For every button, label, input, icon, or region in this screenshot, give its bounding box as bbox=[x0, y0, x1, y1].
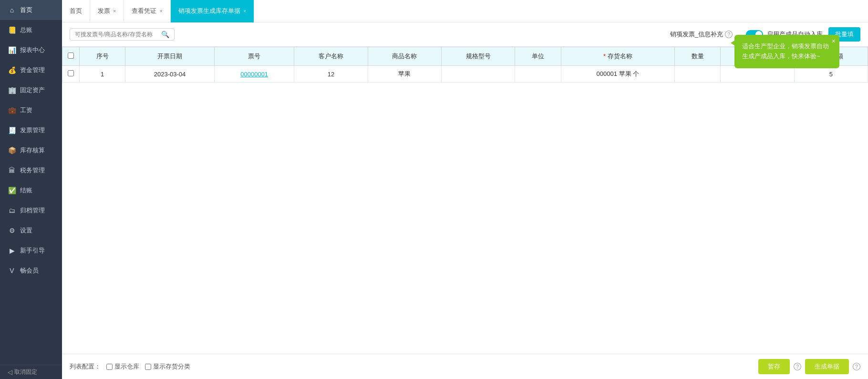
row-amount: 5 bbox=[794, 66, 868, 83]
tooltip-popup: × 适合生产型企业，销项发票自动生成产成品入库，快来体验~ bbox=[734, 35, 839, 68]
main-area: 首页 发票 × 查看凭证 × 销项发票生成库存单据 × 🔍 销项发票_信息补充 … bbox=[62, 0, 868, 379]
toolbar: 🔍 销项发票_信息补充 ? × 适合生产型企业，销项发票自动生成产成品入库，快来… bbox=[62, 22, 868, 47]
table-row: 1 2023-03-04 00000001 12 苹果 bbox=[62, 66, 868, 83]
row-customer: 12 bbox=[294, 66, 368, 83]
header-number: 票号 bbox=[214, 47, 294, 66]
select-all-checkbox[interactable] bbox=[68, 53, 74, 59]
sidebar-item-inventory[interactable]: 📦 库存核算 bbox=[0, 140, 62, 160]
header-spec: 规格型号 bbox=[442, 47, 515, 66]
tab-invoice[interactable]: 发票 × bbox=[90, 0, 124, 22]
cancel-fixed-button[interactable]: ◁ 取消固定 bbox=[0, 365, 62, 379]
tooltip-close-btn[interactable]: × bbox=[832, 38, 836, 44]
generate-help-icon[interactable]: ? bbox=[853, 363, 860, 370]
show-warehouse-input[interactable] bbox=[106, 364, 113, 370]
required-star: * bbox=[603, 53, 606, 60]
header-seq: 序号 bbox=[80, 47, 125, 66]
page-content: 🔍 销项发票_信息补充 ? × 适合生产型企业，销项发票自动生成产成品入库，快来… bbox=[62, 22, 868, 379]
header-checkbox-cell bbox=[62, 47, 80, 66]
sidebar-item-fixed-assets[interactable]: 🏢 固定资产 bbox=[0, 80, 62, 100]
save-button[interactable]: 暂存 bbox=[758, 359, 790, 374]
header-unit: 单位 bbox=[515, 47, 561, 66]
header-date: 开票日期 bbox=[125, 47, 215, 66]
generate-button[interactable]: 生成单据 bbox=[805, 359, 849, 374]
row-verify bbox=[721, 66, 794, 83]
vip-icon: V bbox=[8, 267, 16, 274]
reports-icon: 📊 bbox=[8, 46, 16, 54]
bottom-actions: 暂存 ? 生成单据 ? bbox=[758, 359, 860, 374]
header-customer: 客户名称 bbox=[294, 47, 368, 66]
search-box[interactable]: 🔍 bbox=[70, 28, 175, 41]
header-quantity: 数量 bbox=[675, 47, 721, 66]
row-number[interactable]: 00000001 bbox=[214, 66, 294, 83]
table-wrap: 序号 开票日期 票号 客户名称 商品名称 bbox=[62, 47, 868, 354]
sidebar-item-invoice-mgmt[interactable]: 🧾 发票管理 bbox=[0, 120, 62, 140]
home-icon: ⌂ bbox=[8, 6, 16, 14]
info-help-icon[interactable]: ? bbox=[725, 31, 733, 38]
ledger-icon: 📒 bbox=[8, 26, 16, 34]
sidebar-item-vip[interactable]: V 畅会员 bbox=[0, 261, 62, 281]
header-inventory: * 存货名称 bbox=[561, 47, 674, 66]
archive-icon: 🗂 bbox=[8, 207, 16, 214]
tax-icon: 🏛 bbox=[8, 167, 16, 174]
sidebar-item-payroll[interactable]: 💼 工资 bbox=[0, 100, 62, 120]
sidebar-item-guide[interactable]: ▶ 新手引导 bbox=[0, 241, 62, 261]
bottom-bar: 列表配置： 显示仓库 显示存货分类 暂存 ? 生成单据 ? bbox=[62, 354, 868, 379]
sidebar: ⌂ 首页 📒 总账 📊 报表中心 💰 资金管理 🏢 固定资产 💼 工资 🧾 发票… bbox=[0, 0, 62, 379]
search-icon[interactable]: 🔍 bbox=[161, 31, 169, 38]
header-product: 商品名称 bbox=[368, 47, 441, 66]
sidebar-item-funds[interactable]: 💰 资金管理 bbox=[0, 60, 62, 80]
tab-home[interactable]: 首页 bbox=[62, 0, 90, 22]
cancel-pin-icon: ◁ bbox=[8, 368, 12, 376]
sidebar-item-tax[interactable]: 🏛 税务管理 bbox=[0, 160, 62, 180]
close-view-voucher-tab[interactable]: × bbox=[159, 8, 162, 14]
settlement-icon: ✅ bbox=[8, 187, 16, 194]
sidebar-item-settings[interactable]: ⚙ 设置 bbox=[0, 221, 62, 241]
search-input[interactable] bbox=[75, 31, 158, 38]
funds-icon: 💰 bbox=[8, 66, 16, 74]
toggle-area: × 适合生产型企业，销项发票自动生成产成品入库，快来体验~ 启用产成品自动入库 bbox=[746, 30, 823, 39]
row-spec bbox=[442, 66, 515, 83]
inventory-icon: 📦 bbox=[8, 147, 16, 154]
show-warehouse-checkbox[interactable]: 显示仓库 bbox=[106, 362, 139, 371]
row-date: 2023-03-04 bbox=[125, 66, 215, 83]
fixed-assets-icon: 🏢 bbox=[8, 86, 16, 94]
tab-bar: 首页 发票 × 查看凭证 × 销项发票生成库存单据 × bbox=[62, 0, 868, 22]
sidebar-item-reports[interactable]: 📊 报表中心 bbox=[0, 40, 62, 60]
settings-icon: ⚙ bbox=[8, 227, 16, 234]
guide-icon: ▶ bbox=[8, 247, 16, 254]
info-label: 销项发票_信息补充 ? bbox=[670, 30, 733, 39]
sidebar-item-settlement[interactable]: ✅ 结账 bbox=[0, 180, 62, 200]
close-cancel-invoice-tab[interactable]: × bbox=[243, 8, 246, 14]
sidebar-item-archive[interactable]: 🗂 归档管理 bbox=[0, 200, 62, 221]
show-category-checkbox[interactable]: 显示存货分类 bbox=[145, 362, 190, 371]
list-config-label: 列表配置： bbox=[70, 362, 101, 371]
tab-cancel-invoice[interactable]: 销项发票生成库存单据 × bbox=[171, 0, 254, 22]
sidebar-item-general-ledger[interactable]: 📒 总账 bbox=[0, 20, 62, 40]
row-checkbox[interactable] bbox=[68, 70, 74, 76]
sidebar-item-home[interactable]: ⌂ 首页 bbox=[0, 0, 62, 20]
payroll-icon: 💼 bbox=[8, 106, 16, 114]
row-seq: 1 bbox=[80, 66, 125, 83]
row-product: 苹果 bbox=[368, 66, 441, 83]
show-category-input[interactable] bbox=[145, 364, 151, 370]
tab-view-voucher[interactable]: 查看凭证 × bbox=[124, 0, 170, 22]
invoice-mgmt-icon: 🧾 bbox=[8, 126, 16, 134]
row-quantity bbox=[675, 66, 721, 83]
save-help-icon[interactable]: ? bbox=[794, 363, 801, 370]
row-unit bbox=[515, 66, 561, 83]
row-checkbox-cell bbox=[62, 66, 80, 83]
close-invoice-tab[interactable]: × bbox=[113, 8, 116, 14]
auto-warehouse-toggle[interactable]: × 适合生产型企业，销项发票自动生成产成品入库，快来体验~ bbox=[746, 30, 763, 39]
row-inventory[interactable]: 000001 苹果 个 bbox=[561, 66, 674, 83]
